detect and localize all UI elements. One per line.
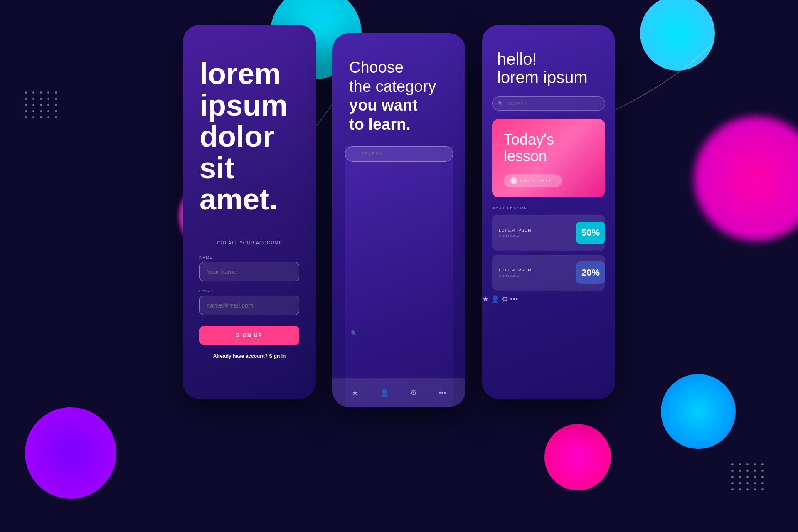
category-header: Choose the category you wantto learn. [332,33,466,146]
next-lesson-label: NEXT LESSON [492,206,605,210]
lesson-title-2: LOREM IPSUM [499,268,532,272]
phone-dashboard: hello!lorem ipsum 🔍 Today'slesson ▶ GET … [482,25,615,399]
lesson-card-2[interactable]: LOREM IPSUM CONTINUE 20% [492,255,605,291]
dots-decoration-left [25,91,58,118]
phones-container: Lorem ipsum dolor sit amet. CREATE YOUR … [183,25,615,407]
dash-greeting: hello!lorem ipsum [497,50,600,86]
nav-more-icon-3[interactable]: ••• [510,295,518,303]
hero-section: Lorem ipsum dolor sit amet. [183,25,316,215]
lesson-info-1: LOREM IPSUM CONTINUE [499,228,532,238]
today-lesson-title: Today'slesson [504,131,594,164]
lesson-progress-1: 50% [576,222,605,244]
name-input[interactable] [200,262,299,281]
blob-magenta-right [694,116,798,241]
email-input[interactable] [200,296,299,315]
email-field-group: EMAIL [200,289,299,315]
play-icon: ▶ [510,177,517,184]
get-started-button[interactable]: ▶ GET STARTED [504,174,562,187]
bottom-nav-3: ★ 👤 ⚙ ••• [482,295,615,304]
category-title: Choose the category you wantto learn. [349,58,449,134]
dots-decoration-right [732,463,765,490]
bottom-nav-2: ★ 👤 ⚙ ••• [332,378,466,407]
lesson-title-1: LOREM IPSUM [499,228,532,232]
get-started-label: GET STARTED [520,179,555,183]
lesson-progress-2: 20% [576,261,605,284]
dash-header: hello!lorem ipsum [482,25,615,96]
next-lesson-section: NEXT LESSON LOREM IPSUM CONTINUE 50% LOR… [482,197,615,291]
dash-search-input[interactable] [492,96,605,111]
blob-blue-right [661,374,736,449]
signup-button[interactable]: SIGN UP [200,326,299,345]
phone-category: Choose the category you wantto learn. 🔍 … [332,33,466,407]
nav-user-icon[interactable]: 👤 [380,388,389,397]
signin-link[interactable]: Sign in [269,353,286,359]
search-icon: 🔍 [351,330,357,336]
nav-star-icon[interactable]: ★ [352,388,358,397]
form-section: CREATE YOUR ACCOUNT NAME EMAIL SIGN UP A… [183,215,316,359]
nav-star-icon-3[interactable]: ★ [482,295,489,303]
blob-purple [25,407,116,499]
dash-search-wrapper: 🔍 [492,96,605,111]
lesson-info-2: LOREM IPSUM CONTINUE [499,268,532,278]
create-account-label: CREATE YOUR ACCOUNT [200,240,299,245]
already-account-text: Already have account? Sign in [200,353,299,359]
nav-user-icon-3[interactable]: 👤 [490,295,500,303]
lesson-subtitle-1: CONTINUE [499,234,532,238]
nav-gear-icon[interactable]: ⚙ [410,388,417,397]
nav-gear-icon-3[interactable]: ⚙ [502,295,508,303]
phone-login: Lorem ipsum dolor sit amet. CREATE YOUR … [183,25,316,399]
nav-more-icon[interactable]: ••• [438,389,446,397]
blob-magenta-bottom [544,424,611,490]
blob-cyan-right [640,0,715,71]
category-search-input[interactable] [345,146,453,162]
today-lesson-card: Today'slesson ▶ GET STARTED [492,119,605,197]
lesson-subtitle-2: CONTINUE [499,274,532,278]
lesson-card-1[interactable]: LOREM IPSUM CONTINUE 50% [492,215,605,251]
email-label: EMAIL [200,289,299,293]
hero-title: Lorem ipsum dolor sit amet. [200,58,299,215]
dash-search-icon: 🔍 [498,101,504,106]
name-label: NAME [200,255,299,259]
category-search-wrapper: 🔍 [345,146,453,407]
name-field-group: NAME [200,255,299,281]
